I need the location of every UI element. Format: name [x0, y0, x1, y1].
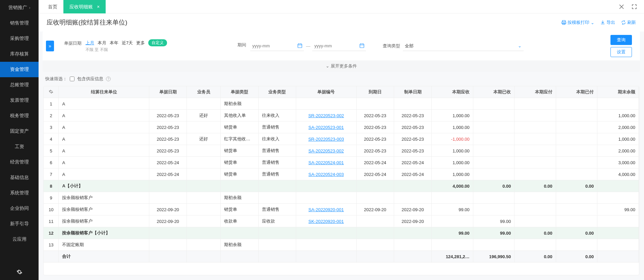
query-type-filter: 查询类型 全部 ⌄ [383, 41, 524, 51]
print-button[interactable]: 按模板打印 ⌄ [561, 19, 594, 26]
sidebar-item-11[interactable]: 基础信息 [0, 170, 39, 185]
sidebar-item-14[interactable]: 新手引导 [0, 216, 39, 232]
row-idx: 6 [44, 157, 59, 169]
cell-doctype: 期初余额 [221, 239, 258, 251]
cell-balance [597, 216, 639, 227]
cell-payable [515, 145, 556, 157]
cell-biztype: 普通销售 [258, 169, 296, 180]
quick-filter-label: 快速筛选： [45, 76, 67, 82]
cell-biztype: 普通销售 [258, 204, 296, 216]
period-start-input[interactable] [250, 41, 304, 51]
sidebar-item-7[interactable]: 税务管理 [0, 108, 39, 124]
cell-person: 还好 [187, 133, 221, 145]
settings-button[interactable]: 设置 [610, 47, 632, 57]
collapse-handle[interactable]: » [46, 41, 54, 51]
query-button[interactable]: 查询 [610, 35, 632, 45]
sidebar-item-1[interactable]: 销售管理 [0, 15, 39, 31]
cell-paidout [556, 192, 597, 204]
close-icon[interactable]: × [97, 4, 100, 9]
cell-person [187, 169, 221, 180]
cell-recv: 1,000.00 [432, 157, 473, 169]
include-supply-checkbox[interactable] [70, 77, 74, 81]
shortcut-last-month[interactable]: 上月 [86, 40, 94, 46]
cell-docno[interactable]: SA-20220524-001 [296, 157, 356, 169]
cell-make [394, 98, 431, 110]
cell-person [187, 216, 221, 227]
sidebar-item-5[interactable]: 总账管理 [0, 77, 39, 93]
cell-paid [473, 133, 515, 145]
expand-conditions[interactable]: ⌄ 展开更多条件 [43, 60, 640, 72]
tab-receivable-detail[interactable]: 应收明细账 × [63, 0, 106, 13]
cell-paidout [556, 133, 597, 145]
column-settings[interactable] [44, 86, 59, 98]
cell-due [356, 216, 394, 227]
cell-docno[interactable]: SK-20220920-001 [296, 216, 356, 227]
footer-paidout: 0.00 [556, 251, 597, 263]
cell-make: 2022-05-23 [394, 110, 431, 122]
date-filter: 单据日期 上月 本月 本年 近7天 更多 自定义 不限 至 不限 [64, 39, 167, 53]
shortcut-this-month[interactable]: 本月 [98, 40, 106, 46]
expand-label: 展开更多条件 [331, 63, 357, 68]
shortcut-this-year[interactable]: 本年 [110, 40, 118, 46]
cell-docno[interactable]: SR-20220523-003 [296, 133, 356, 145]
sidebar-item-9[interactable]: 工资 [0, 139, 39, 154]
cell-doctype: 销货单 [221, 204, 258, 216]
cell-balance [597, 180, 639, 192]
cell-docno[interactable]: SR-20220523-002 [296, 110, 356, 122]
table-row: 4A2022-05-23还好红字其他收…往来收入SR-20220523-0032… [44, 133, 639, 145]
sidebar-item-10[interactable]: 经营管理 [0, 154, 39, 170]
sidebar-item-6[interactable]: 发票管理 [0, 93, 39, 108]
close-panel-icon[interactable] [617, 2, 626, 11]
cell-docno[interactable]: SA-20220523-002 [296, 145, 356, 157]
sidebar-item-8[interactable]: 固定资产 [0, 124, 39, 139]
sidebar-item-12[interactable]: 系统管理 [0, 185, 39, 201]
sidebar-settings[interactable] [0, 265, 39, 280]
period-end-input[interactable] [312, 41, 366, 51]
table-header-row: 结算往来单位 单据日期 业务员 单据类型 业务类型 单据编号 到期日 制单日期 … [44, 86, 639, 98]
cell-balance [597, 239, 639, 251]
cell-balance: 4,000.00 [597, 169, 639, 180]
sidebar-item-15[interactable]: 云应用 [0, 232, 39, 247]
fullscreen-icon[interactable] [630, 2, 639, 11]
cell-docno[interactable]: SA-20220920-001 [296, 204, 356, 216]
query-type-select[interactable]: 全部 ⌄ [403, 41, 524, 51]
svg-rect-0 [562, 20, 566, 22]
refresh-button[interactable]: 刷新 [621, 19, 636, 26]
help-icon[interactable]: ? [106, 77, 111, 81]
cell-recv: 1,000.00 [432, 169, 473, 180]
cell-person [187, 192, 221, 204]
cell-doctype: 销货单 [221, 169, 258, 180]
cell-docno[interactable]: SA-20220523-001 [296, 122, 356, 133]
sidebar-item-4[interactable]: 资金管理 [0, 62, 39, 77]
cell-date [149, 192, 186, 204]
cell-paid [473, 122, 515, 133]
cell-docno [296, 239, 356, 251]
cell-date: 2022-05-23 [149, 122, 186, 133]
row-idx: 1 [44, 98, 59, 110]
sidebar-item-0[interactable]: 营销推广 [0, 0, 39, 15]
tab-home[interactable]: 首页 [42, 0, 63, 13]
export-button[interactable]: 导出 [600, 19, 615, 26]
cell-person [187, 227, 221, 239]
cell-payable: 0.00 [515, 227, 556, 239]
th-paidout: 本期已付 [556, 86, 597, 98]
sidebar-item-2[interactable]: 采购管理 [0, 31, 39, 46]
cell-payable [515, 157, 556, 169]
cell-person [187, 122, 221, 133]
row-idx: 13 [44, 239, 59, 251]
sidebar-item-13[interactable]: 企业协同 [0, 201, 39, 216]
table-row: 2A2022-05-23还好其他收入单往来收入SR-20220523-00220… [44, 110, 639, 122]
cell-due: 2022-05-23 [356, 122, 394, 133]
date-label: 单据日期 [64, 39, 82, 47]
chevron-down-icon: ⌄ [591, 20, 594, 25]
cell-date: 2022-05-23 [149, 110, 186, 122]
shortcut-last7[interactable]: 近7天 [122, 40, 133, 46]
th-biztype: 业务类型 [258, 86, 296, 98]
cell-doctype [221, 227, 258, 239]
cell-docno[interactable]: SA-20220524-003 [296, 169, 356, 180]
shortcut-custom[interactable]: 自定义 [148, 39, 167, 46]
sidebar-item-3[interactable]: 库存核算 [0, 46, 39, 62]
shortcut-more[interactable]: 更多 [136, 40, 145, 46]
cell-docno [296, 192, 356, 204]
row-idx: 3 [44, 122, 59, 133]
